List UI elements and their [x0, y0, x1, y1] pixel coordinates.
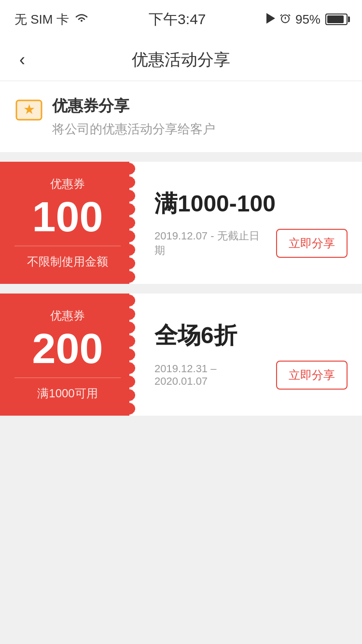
coupon-left-2: 优惠券 200 满1000可用 [0, 294, 135, 416]
svg-text:★: ★ [23, 102, 35, 117]
status-time: 下午3:47 [149, 10, 206, 29]
coupon-icon: ★ [14, 96, 43, 125]
coupon-card-1: 优惠券 100 不限制使用金额 满1000-100 2019.12.07 - 无… [0, 162, 362, 284]
share-button-1[interactable]: 立即分享 [276, 229, 348, 258]
section-header: ★ 优惠券分享 将公司的优惠活动分享给客户 [0, 81, 362, 152]
section-info: 优惠券分享 将公司的优惠活动分享给客户 [52, 96, 215, 138]
coupon-condition-1: 不限制使用金额 [27, 254, 108, 269]
page-content: ★ 优惠券分享 将公司的优惠活动分享给客户 优惠券 100 不限制使用金额 满1… [0, 81, 362, 430]
coupon-amount-2: 200 [32, 327, 103, 370]
status-bar: 无 SIM 卡 下午3:47 95% [0, 0, 362, 39]
coupon-date-1: 2019.12.07 - 无截止日期 [154, 229, 268, 258]
coupon-condition-2: 满1000可用 [37, 386, 97, 401]
nav-bar: ‹ 优惠活动分享 [0, 39, 362, 81]
coupon-bottom-2: 2019.12.31 – 2020.01.07 立即分享 [154, 361, 348, 390]
coupon-list: 优惠券 100 不限制使用金额 满1000-100 2019.12.07 - 无… [0, 162, 362, 430]
svg-line-3 [280, 14, 282, 16]
battery-percent: 95% [295, 12, 320, 27]
wifi-icon [75, 12, 88, 27]
coupon-divider-1 [14, 246, 121, 246]
coupon-divider-2 [14, 378, 121, 378]
coupon-left-1: 优惠券 100 不限制使用金额 [0, 162, 135, 284]
coupon-label-1: 优惠券 [50, 176, 85, 192]
alarm-icon [280, 12, 291, 27]
section-subtitle: 将公司的优惠活动分享给客户 [52, 121, 215, 138]
location-icon [266, 12, 275, 27]
coupon-amount-1: 100 [32, 196, 103, 238]
coupon-name-2: 全场6折 [154, 320, 348, 351]
status-right: 95% [266, 12, 348, 27]
svg-line-4 [289, 14, 290, 16]
coupon-bottom-1: 2019.12.07 - 无截止日期 立即分享 [154, 229, 348, 258]
back-button[interactable]: ‹ [14, 45, 30, 75]
coupon-label-2: 优惠券 [50, 308, 85, 323]
carrier-text: 无 SIM 卡 [14, 11, 69, 28]
svg-marker-0 [266, 13, 275, 24]
status-left: 无 SIM 卡 [14, 11, 88, 28]
coupon-card-2: 优惠券 200 满1000可用 全场6折 2019.12.31 – 2020.0… [0, 294, 362, 416]
coupon-name-1: 满1000-100 [154, 188, 348, 219]
share-button-2[interactable]: 立即分享 [276, 361, 348, 390]
coupon-right-2: 全场6折 2019.12.31 – 2020.01.07 立即分享 [135, 294, 362, 416]
coupon-date-2: 2019.12.31 – 2020.01.07 [154, 363, 268, 388]
battery-icon [325, 14, 348, 25]
page-title: 优惠活动分享 [132, 49, 230, 71]
section-title: 优惠券分享 [52, 96, 215, 117]
coupon-right-1: 满1000-100 2019.12.07 - 无截止日期 立即分享 [135, 162, 362, 284]
